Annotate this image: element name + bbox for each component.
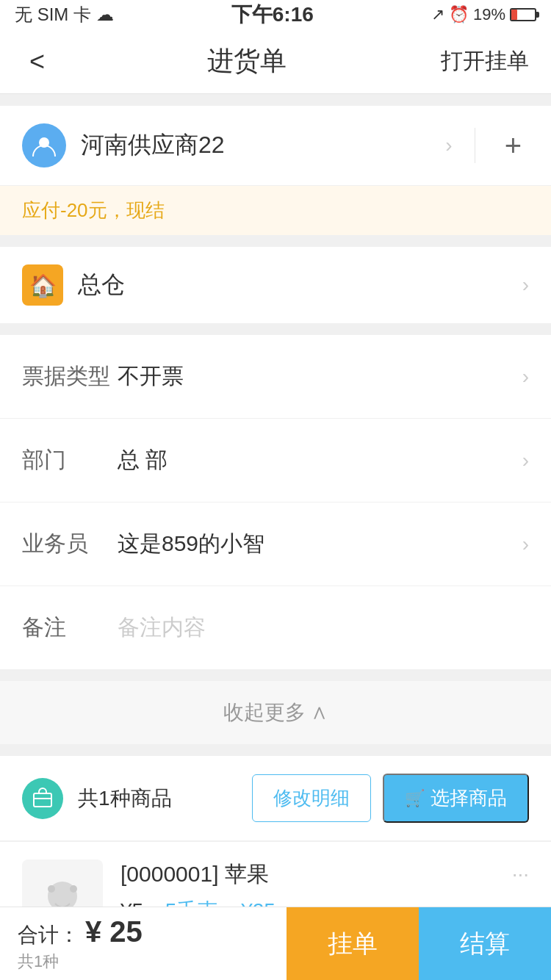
product-more-button[interactable]: ···	[512, 860, 529, 886]
battery-icon	[510, 8, 536, 21]
warehouse-row[interactable]: 🏠 总仓 ›	[0, 247, 551, 323]
remark-label: 备注	[22, 613, 118, 643]
footer: 合计： ¥ 25 共1种 挂单 结算	[0, 907, 551, 980]
alarm-icon: ⏰	[449, 5, 469, 24]
status-right: ↗ ⏰ 19%	[431, 5, 536, 24]
product-name: [0000001] 苹果	[120, 860, 512, 890]
product-code: [0000001]	[120, 862, 218, 886]
page-title: 进货单	[207, 43, 287, 79]
invoice-chevron-icon: ›	[522, 365, 529, 389]
product-title: 苹果	[225, 862, 269, 886]
settle-button[interactable]: 结算	[419, 907, 551, 980]
supplier-avatar	[22, 123, 66, 167]
product-count: 共1种商品	[78, 785, 252, 813]
status-bar: 无 SIM 卡 ☁ 下午6:16 ↗ ⏰ 19%	[0, 0, 551, 29]
info-banner: 应付-20元，现结	[0, 186, 551, 235]
supplier-row: 河南供应商22 › +	[0, 106, 551, 186]
svg-point-4	[70, 885, 77, 893]
svg-rect-1	[34, 793, 51, 807]
sales-chevron-icon: ›	[522, 533, 529, 556]
warehouse-section: 🏠 总仓 ›	[0, 247, 551, 323]
main-content: 河南供应商22 › + 应付-20元，现结 🏠 总仓 › 票据类型 不开票 › …	[0, 106, 551, 980]
supplier-chevron-icon: ›	[445, 134, 452, 157]
back-button[interactable]: <	[22, 39, 52, 84]
nav-bar: < 进货单 打开挂单	[0, 29, 551, 94]
form-section: 票据类型 不开票 › 部门 总 部 › 业务员 这是859的小智 › 备注 备注…	[0, 335, 551, 669]
hang-button[interactable]: 挂单	[287, 907, 419, 980]
sales-row[interactable]: 业务员 这是859的小智 ›	[0, 502, 551, 586]
product-header: 共1种商品 修改明细 🛒 选择商品	[0, 756, 551, 840]
total-amount: ¥ 25	[85, 915, 143, 948]
dept-row[interactable]: 部门 总 部 ›	[0, 418, 551, 502]
supplier-name[interactable]: 河南供应商22	[81, 129, 445, 162]
warehouse-name: 总仓	[78, 269, 522, 301]
sales-label: 业务员	[22, 529, 118, 559]
dept-label: 部门	[22, 445, 118, 475]
sim-label: 无 SIM 卡 ☁	[15, 3, 114, 26]
warehouse-icon: 🏠	[22, 264, 63, 306]
total-row: 合计： ¥ 25	[18, 915, 269, 949]
sales-value: 这是859的小智	[118, 529, 522, 559]
total-label: 合计：	[18, 921, 79, 949]
select-product-icon: 🛒	[405, 789, 425, 808]
status-left: 无 SIM 卡 ☁	[15, 3, 114, 26]
invoice-label: 票据类型	[22, 361, 118, 392]
supplier-section: 河南供应商22 › + 应付-20元，现结	[0, 106, 551, 235]
select-product-label: 选择商品	[431, 785, 507, 811]
svg-point-3	[48, 885, 55, 893]
remark-row[interactable]: 备注 备注内容	[0, 586, 551, 669]
location-icon: ↗	[431, 5, 444, 24]
invoice-value: 不开票	[118, 361, 522, 392]
total-sub: 共1种	[18, 951, 269, 973]
warehouse-chevron-icon: ›	[522, 273, 529, 297]
open-pending-button[interactable]: 打开挂单	[441, 46, 529, 76]
dept-chevron-icon: ›	[522, 449, 529, 472]
dept-value: 总 部	[118, 445, 522, 475]
invoice-row[interactable]: 票据类型 不开票 ›	[0, 335, 551, 418]
product-icon	[22, 778, 63, 819]
add-button[interactable]: +	[497, 129, 529, 162]
vertical-divider	[475, 128, 475, 163]
select-product-button[interactable]: 🛒 选择商品	[383, 774, 529, 823]
collapse-button[interactable]: 收起更多 ∧	[0, 681, 551, 744]
battery-percent: 19%	[473, 5, 505, 24]
remark-input[interactable]: 备注内容	[118, 613, 529, 643]
modify-detail-button[interactable]: 修改明细	[252, 774, 371, 822]
footer-total: 合计： ¥ 25 共1种	[0, 907, 287, 980]
status-time: 下午6:16	[231, 1, 314, 29]
